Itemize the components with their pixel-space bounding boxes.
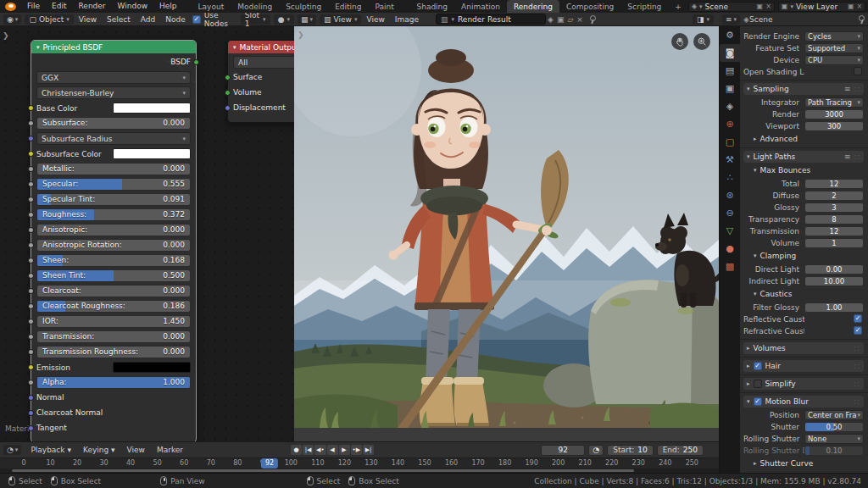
input-socket-clearcoat[interactable]	[28, 288, 34, 294]
checkbox-open-shading-language[interactable]	[854, 67, 862, 75]
slider-subsurface[interactable]: Subsurface:0.000	[36, 117, 191, 130]
caret-right-icon[interactable]: ▸	[754, 136, 757, 142]
prop-slider-shutter[interactable]: 0.50	[804, 422, 864, 432]
slider-sheen-tint[interactable]: Sheen Tint:0.500	[36, 269, 191, 282]
bsdf-node-header[interactable]: ▾ Principled BSDF	[31, 41, 196, 53]
toolbar-toggle-icon[interactable]: ❯	[3, 31, 9, 40]
collapse-caret-icon[interactable]: ▾	[36, 44, 40, 51]
properties-tab-modifiers[interactable]: ⚒	[720, 151, 740, 169]
panel-hair[interactable]: ▸✓Hair::	[743, 360, 864, 372]
workspace-tab-scripting[interactable]: Scripting	[620, 0, 668, 13]
properties-tab-tool[interactable]: ⚙	[720, 26, 740, 44]
slider-alpha[interactable]: Alpha:1.000	[36, 376, 191, 389]
slider-specular[interactable]: Specular:0.555	[36, 178, 191, 191]
workspace-tab-shading[interactable]: Shading	[409, 0, 454, 13]
caret-right-icon[interactable]: ▸	[747, 345, 750, 352]
pin-icon[interactable]	[588, 14, 596, 24]
new-scene-icon[interactable]: ▣	[757, 3, 764, 10]
panel-simplify[interactable]: ▸Simplify::	[743, 378, 864, 390]
input-socket-base-color[interactable]	[28, 105, 34, 111]
prop-dropdown-device[interactable]: CPU▾	[804, 55, 864, 65]
menu-window[interactable]: Window	[112, 0, 154, 13]
panel-checkbox-simplify[interactable]	[754, 380, 762, 388]
input-socket-subsurface-radius[interactable]	[28, 136, 34, 141]
menu-edit[interactable]: Edit	[46, 0, 72, 13]
panel-clamping[interactable]: ▾Clamping	[743, 250, 864, 262]
prop-dropdown-render-engine[interactable]: Cycles▾	[804, 31, 864, 42]
delete-scene-icon[interactable]: ×	[765, 3, 771, 10]
slider-anisotropic-rotation[interactable]: Anisotropic Rotation:0.000	[36, 239, 191, 252]
workspace-tab-rendering[interactable]: Rendering	[507, 0, 559, 13]
workspace-tab-texture-paint[interactable]: Texture Paint	[369, 0, 410, 13]
blender-logo-icon[interactable]	[5, 3, 16, 11]
jump-to-end-button[interactable]: ▶|	[363, 445, 374, 455]
slider-clearcoat-roughness[interactable]: Clearcoat Roughness:0.186	[36, 300, 191, 313]
properties-tab-scene[interactable]: ◈	[720, 97, 740, 115]
caret-down-icon[interactable]: ▾	[754, 252, 757, 259]
editor-type-button[interactable]: ◉ ▾	[3, 14, 21, 25]
prop-dropdown-position[interactable]: Center on Frame▾	[804, 410, 864, 420]
prop-field-transparency[interactable]: 8	[804, 214, 864, 225]
panel-shutter-curve[interactable]: ▸Shutter Curve	[743, 458, 864, 469]
prop-field-diffuse[interactable]: 2	[804, 191, 864, 201]
image-datablock-selector[interactable]: ▥ ▾ Render Result	[436, 14, 546, 25]
slider-ior[interactable]: IOR:1.450	[36, 315, 191, 328]
editor-type-button[interactable]: ◔ ▾	[3, 445, 21, 455]
panel-checkbox-hair[interactable]: ✓	[754, 362, 762, 370]
properties-tab-constraints[interactable]: ⊖	[720, 204, 740, 222]
color-swatch-subsurface-color[interactable]	[113, 148, 191, 159]
remove-view-layer-icon[interactable]: ×	[856, 3, 862, 10]
slider-transmission[interactable]: Transmission:0.000	[36, 330, 191, 343]
caret-down-icon[interactable]: ▾	[747, 153, 750, 160]
menu-file[interactable]: File	[21, 0, 46, 13]
caret-right-icon[interactable]: ▸	[747, 380, 750, 387]
new-image-icon[interactable]: ▣	[555, 15, 566, 24]
material-browse-button[interactable]: ● ▾	[274, 14, 294, 25]
timeline-editor[interactable]: ◔ ▾ Playback ▾Keying ▾ViewMarker ●|◀◀•◀▶…	[0, 441, 719, 473]
shader-menu-view[interactable]: View	[74, 13, 102, 26]
prev-keyframe-button[interactable]: ◀•	[314, 445, 326, 455]
timeline-ruler[interactable]: 92 0102030405060708090100110120130140150…	[0, 458, 719, 469]
panel-max-bounces[interactable]: ▾Max Bounces	[743, 164, 864, 176]
pan-hand-icon[interactable]	[671, 33, 688, 50]
prop-dropdown-integrator[interactable]: Path Tracing▾	[804, 97, 864, 108]
input-socket-sheen[interactable]	[28, 258, 34, 263]
scene-selector[interactable]: ◈ ▾ Scene ▣ ×	[688, 2, 775, 12]
current-frame-badge[interactable]: 92	[261, 458, 278, 469]
properties-tab-texture[interactable]: ▩	[720, 258, 740, 275]
workspace-tab-item[interactable]: +	[668, 0, 688, 13]
panel-caustics[interactable]: ▾Caustics	[743, 288, 864, 300]
input-socket-metallic[interactable]	[28, 166, 34, 172]
workspace-tab-modeling[interactable]: Modeling	[231, 0, 279, 13]
properties-tab-material[interactable]: ●	[720, 240, 740, 258]
input-socket-ior[interactable]	[28, 319, 34, 324]
workspace-tab-animation[interactable]: Animation	[454, 0, 507, 13]
panel-checkbox-motion-blur[interactable]: ✓	[754, 397, 762, 406]
input-socket-volume[interactable]	[225, 90, 231, 96]
properties-tab-render[interactable]: ◙	[720, 44, 740, 62]
menu-help[interactable]: Help	[153, 0, 183, 13]
slider-clearcoat[interactable]: Clearcoat:0.000	[36, 285, 191, 297]
panel-advanced[interactable]: ▸Advanced	[743, 133, 864, 145]
panel-presets-icon[interactable]: ≡	[844, 152, 851, 161]
prop-field-glossy[interactable]: 3	[804, 202, 864, 213]
dropdown-subsurface-radius[interactable]: Subsurface Radius▾	[36, 132, 191, 145]
use-preview-range-button[interactable]: ◔	[588, 445, 604, 456]
prop-field-direct-light[interactable]: 0.00	[804, 264, 864, 274]
slider-roughness[interactable]: Roughness:0.372	[36, 208, 191, 221]
next-keyframe-button[interactable]: •▶	[351, 445, 363, 455]
current-frame-field[interactable]: 92	[541, 445, 585, 456]
caret-down-icon[interactable]: ▾	[747, 86, 750, 92]
shader-menu-add[interactable]: Add	[136, 13, 160, 26]
color-swatch-base-color[interactable]	[113, 103, 191, 114]
unlink-image-icon[interactable]: ×	[575, 15, 585, 24]
input-socket-displacement[interactable]	[225, 105, 231, 111]
toolbar-toggle-icon[interactable]: ❯	[298, 30, 304, 39]
prop-field-volume[interactable]: 1	[804, 238, 864, 248]
zoom-icon[interactable]	[693, 33, 710, 50]
properties-tab-physics[interactable]: ⊛	[720, 186, 740, 204]
use-nodes-checkbox[interactable]: ✓	[192, 15, 201, 24]
caret-right-icon[interactable]: ▸	[747, 363, 750, 369]
properties-tab-particles[interactable]: ∴	[720, 169, 740, 186]
view-layer-selector[interactable]: ▣ ▾ View Layer ▣ ×	[778, 2, 865, 12]
